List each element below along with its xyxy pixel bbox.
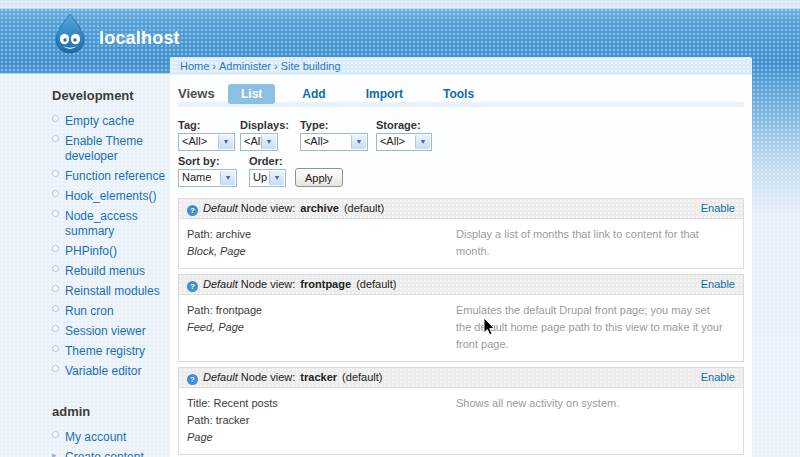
apply-button[interactable]: Apply (295, 168, 343, 187)
breadcrumb-link-site-building[interactable]: Site building (281, 60, 341, 72)
bullet-icon (52, 365, 59, 372)
filter-storage: Storage:<All>▼ (376, 119, 432, 151)
sidebar-link[interactable]: Hook_elements() (65, 189, 156, 203)
help-icon[interactable]: ? (187, 205, 198, 216)
tabs-row: Views ListAddImportTools (178, 75, 744, 107)
tab-add[interactable]: Add (294, 84, 333, 104)
content-area: Views ListAddImportTools Tag:<All>▼Displ… (170, 75, 752, 457)
filter-label: Order: (249, 155, 286, 169)
sidebar-item-run-cron[interactable]: Run cron (53, 303, 170, 318)
filter-label: Tag: (178, 119, 235, 133)
sidebar-link[interactable]: Enable Theme developer (65, 134, 143, 163)
sidebar-link[interactable]: Variable editor (65, 364, 142, 378)
view-kind-label: Node view: (241, 202, 298, 214)
sidebar-link[interactable]: Empty cache (65, 114, 134, 128)
tabs: ListAddImportTools (228, 84, 506, 102)
enable-link[interactable]: Enable (701, 278, 735, 291)
select-arrow-icon[interactable]: ▼ (415, 135, 430, 149)
sidebar-item-reinstall-modules[interactable]: Reinstall modules (53, 283, 170, 298)
select-arrow-icon[interactable]: ▼ (269, 171, 284, 185)
screen: localhost DevelopmentEmpty cacheEnable T… (0, 0, 800, 457)
sidebar-link[interactable]: Function reference (65, 169, 165, 183)
view-description: Display a list of months that link to co… (456, 226, 735, 260)
bullet-icon (52, 210, 59, 217)
view-type-label: Default (203, 278, 238, 290)
enable-link[interactable]: Enable (701, 202, 735, 215)
tab-list[interactable]: List (228, 84, 275, 104)
view-row-body: Path: archiveBlock, Page Display a list … (179, 219, 743, 268)
select-value: <All> (380, 135, 405, 147)
enable-link[interactable]: Enable (701, 371, 735, 384)
help-icon[interactable]: ? (187, 374, 198, 385)
drupal-logo-icon[interactable] (52, 13, 88, 55)
content-panel: Home›Administer›Site building Views List… (170, 57, 752, 457)
view-row-archive: ?DefaultNode view: archive (default) Ena… (178, 198, 744, 269)
view-displays: Feed, Page (187, 319, 456, 336)
sidebar-item-my-account[interactable]: My account (53, 429, 170, 444)
select-arrow-icon[interactable]: ▼ (351, 135, 366, 149)
view-suffix: (default) (353, 278, 396, 290)
view-suffix: (default) (341, 202, 384, 214)
filter-displays: Displays:<All>▼ (240, 119, 289, 151)
sidebar-item-create-content[interactable]: ▸Create content (53, 449, 170, 457)
sidebar-link[interactable]: Theme registry (65, 344, 145, 358)
tab-import[interactable]: Import (358, 84, 411, 104)
filter-label: Storage: (376, 119, 432, 133)
filter-row-2: Sort by:Name▼Order:Up▼Apply (178, 155, 744, 188)
select-tag[interactable]: <All>▼ (178, 133, 235, 151)
sidebar-item-phpinfo[interactable]: PHPinfo() (53, 243, 170, 258)
view-description: Emulates the default Drupal front page; … (456, 302, 735, 353)
view-name: tracker (300, 371, 337, 383)
select-arrow-icon[interactable]: ▼ (220, 171, 235, 185)
sidebar-link[interactable]: Run cron (65, 304, 114, 318)
sidebar-item-variable-editor[interactable]: Variable editor (53, 363, 170, 378)
sidebar-link[interactable]: Node_access summary (65, 209, 138, 238)
collapsed-arrow-icon: ▸ (52, 449, 57, 457)
select-order[interactable]: Up▼ (249, 169, 286, 187)
select-value: <All> (304, 135, 329, 147)
bullet-icon (52, 305, 59, 312)
select-sort-by[interactable]: Name▼ (178, 169, 237, 187)
view-detail-line: Title: Recent posts (187, 395, 456, 412)
filters: Tag:<All>▼Displays:<All>▼Type:<All>▼Stor… (178, 119, 744, 188)
view-row-body: Title: Recent postsPath: trackerPage Sho… (179, 388, 743, 454)
select-displays[interactable]: <All>▼ (240, 133, 278, 151)
bullet-icon (52, 135, 59, 142)
sidebar-item-empty-cache[interactable]: Empty cache (53, 113, 170, 128)
sidebar-section-list: My account▸Create content▾Administer▸Con… (0, 429, 170, 457)
view-detail-line: Path: frontpage (187, 302, 456, 319)
select-arrow-icon[interactable]: ▼ (261, 135, 276, 149)
sidebar-item-hook-elements[interactable]: Hook_elements() (53, 188, 170, 203)
view-row-tracker: ?DefaultNode view: tracker (default) Ena… (178, 367, 744, 455)
bullet-icon (52, 431, 59, 438)
view-type-label: Default (203, 202, 238, 214)
breadcrumb-link-home[interactable]: Home (180, 60, 209, 72)
bullet-icon (52, 265, 59, 272)
sidebar-section-title-admin: admin (0, 404, 170, 419)
help-icon[interactable]: ? (187, 281, 198, 292)
sidebar-item-enable-theme-developer[interactable]: Enable Theme developer (53, 133, 170, 163)
select-arrow-icon[interactable]: ▼ (218, 135, 233, 149)
breadcrumb-separator: › (274, 60, 278, 72)
site-name[interactable]: localhost (99, 28, 180, 49)
select-storage[interactable]: <All>▼ (376, 133, 432, 151)
sidebar-item-theme-registry[interactable]: Theme registry (53, 343, 170, 358)
bullet-icon (52, 115, 59, 122)
page-title: Views (178, 86, 216, 101)
sidebar-item-function-reference[interactable]: Function reference (53, 168, 170, 183)
sidebar-link[interactable]: Session viewer (65, 324, 146, 338)
sidebar-item-rebuild-menus[interactable]: Rebuild menus (53, 263, 170, 278)
sidebar-link[interactable]: Rebuild menus (65, 264, 145, 278)
sidebar-item-session-viewer[interactable]: Session viewer (53, 323, 170, 338)
sidebar-link[interactable]: PHPinfo() (65, 244, 117, 258)
select-type[interactable]: <All>▼ (300, 133, 368, 151)
sidebar-item-node-access-summary[interactable]: Node_access summary (53, 208, 170, 238)
filter-label: Displays: (240, 119, 289, 133)
sidebar-link[interactable]: Create content (65, 450, 144, 457)
view-details: Path: frontpageFeed, Page (187, 302, 456, 353)
view-name: archive (300, 202, 339, 214)
tab-tools[interactable]: Tools (435, 84, 482, 104)
breadcrumb-link-administer[interactable]: Administer (219, 60, 271, 72)
sidebar-link[interactable]: My account (65, 430, 126, 444)
sidebar-link[interactable]: Reinstall modules (65, 284, 160, 298)
